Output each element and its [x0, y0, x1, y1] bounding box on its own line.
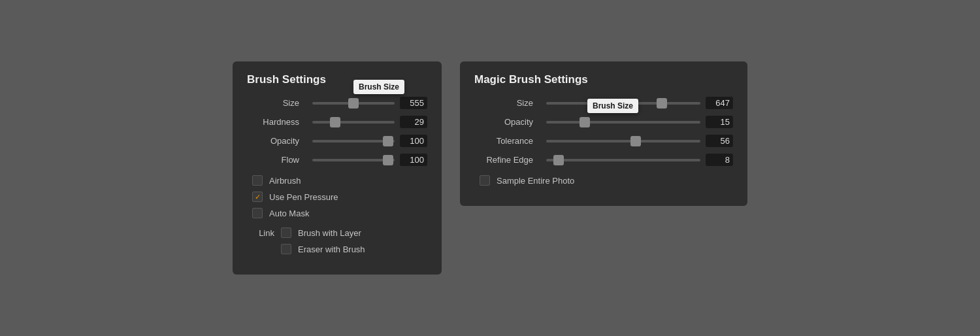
rtolerance-value: 56 — [706, 135, 733, 147]
eraser-brush-label: Eraser with Brush — [298, 244, 365, 254]
auto-mask-label: Auto Mask — [269, 209, 309, 218]
eraser-brush-checkbox[interactable] — [281, 244, 291, 254]
sample-entire-checkbox[interactable] — [480, 175, 490, 186]
auto-mask-row: Auto Mask — [252, 208, 427, 218]
ropacity-label: Opacity — [474, 117, 533, 127]
opacity-slider-row: Opacity 100 — [247, 135, 427, 147]
rtolerance-thumb[interactable] — [630, 136, 641, 146]
hardness-thumb[interactable] — [330, 117, 340, 127]
ropacity-track[interactable]: Brush Size — [546, 121, 700, 124]
hardness-track[interactable] — [312, 121, 395, 124]
magic-brush-settings-panel: Magic Brush Settings Size 647 Opacity Br… — [460, 61, 747, 206]
hardness-label: Hardness — [247, 117, 299, 127]
rsize-value: 647 — [706, 97, 733, 109]
magic-brush-settings-title: Magic Brush Settings — [474, 73, 733, 86]
pen-pressure-row: ✓ Use Pen Pressure — [252, 192, 427, 202]
ropacity-slider-row: Opacity Brush Size 15 — [474, 116, 733, 128]
size-track[interactable]: Brush Size — [312, 102, 395, 105]
size-tooltip: Brush Size — [353, 80, 404, 94]
rtolerance-slider-row: Tolerance 56 — [474, 135, 733, 147]
ropacity-tooltip: Brush Size — [587, 99, 638, 113]
magic-checkboxes-section: Sample Entire Photo — [480, 175, 733, 186]
redge-track[interactable] — [546, 159, 700, 161]
ropacity-value: 15 — [706, 116, 733, 128]
brush-settings-panel: Brush Settings Size Brush Size 555 Hardn… — [233, 61, 442, 275]
opacity-value: 100 — [400, 135, 427, 147]
sample-entire-row: Sample Entire Photo — [480, 175, 733, 186]
size-thumb[interactable]: Brush Size — [348, 98, 359, 109]
airbrush-row: Airbrush — [252, 175, 427, 186]
flow-thumb[interactable] — [383, 155, 393, 165]
flow-label: Flow — [247, 155, 299, 165]
link-section: Link Brush with Layer Eraser with Brush — [252, 227, 427, 254]
flow-track[interactable] — [312, 159, 395, 161]
airbrush-label: Airbrush — [269, 176, 301, 186]
link-main-label: Link — [252, 228, 274, 238]
brush-layer-checkbox[interactable] — [281, 227, 291, 238]
rtolerance-track[interactable] — [546, 140, 700, 143]
checkboxes-section: Airbrush ✓ Use Pen Pressure Auto Mask — [252, 175, 427, 218]
airbrush-checkbox[interactable] — [252, 175, 263, 186]
brush-layer-label: Brush with Layer — [298, 228, 361, 238]
hardness-value: 29 — [400, 116, 427, 128]
ropacity-thumb[interactable]: Brush Size — [580, 117, 590, 127]
size-slider-row: Size Brush Size 555 — [247, 97, 427, 109]
opacity-thumb[interactable] — [383, 136, 393, 146]
flow-slider-row: Flow 100 — [247, 154, 427, 166]
hardness-slider-row: Hardness 29 — [247, 116, 427, 128]
rsize-thumb[interactable] — [657, 98, 667, 109]
flow-value: 100 — [400, 154, 427, 166]
redge-slider-row: Refine Edge 8 — [474, 154, 733, 166]
rtolerance-label: Tolerance — [474, 136, 533, 146]
auto-mask-checkbox[interactable] — [252, 208, 263, 218]
rsize-label: Size — [474, 98, 533, 108]
sample-entire-label: Sample Entire Photo — [497, 176, 574, 186]
size-value: 555 — [400, 97, 427, 109]
redge-value: 8 — [706, 154, 733, 166]
pen-pressure-label: Use Pen Pressure — [269, 192, 338, 202]
opacity-track[interactable] — [312, 140, 395, 143]
pen-pressure-checkbox[interactable]: ✓ — [252, 192, 263, 202]
size-label: Size — [247, 98, 299, 108]
redge-thumb[interactable] — [553, 155, 564, 165]
panels-container: Brush Settings Size Brush Size 555 Hardn… — [220, 48, 760, 288]
redge-label: Refine Edge — [474, 155, 533, 165]
opacity-label: Opacity — [247, 136, 299, 146]
